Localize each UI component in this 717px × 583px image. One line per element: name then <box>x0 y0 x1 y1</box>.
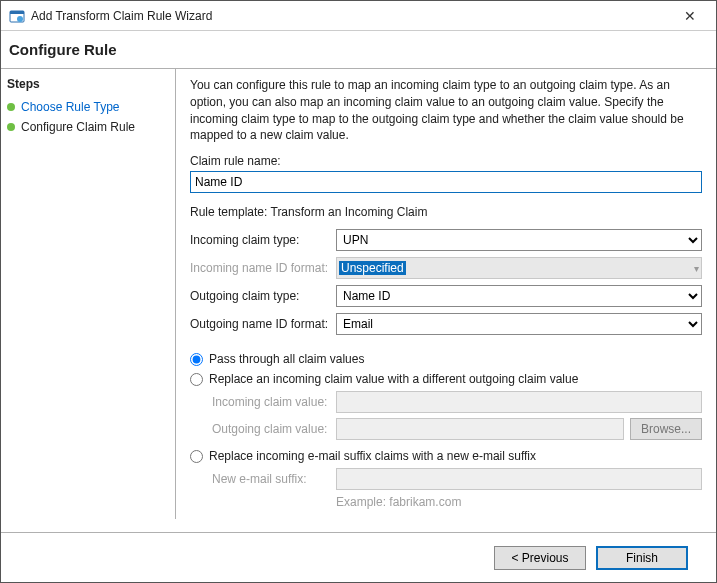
rule-template-text: Rule template: Transform an Incoming Cla… <box>190 205 702 219</box>
form-content: You can configure this rule to map an in… <box>176 69 716 519</box>
wizard-icon <box>9 8 25 24</box>
svg-point-2 <box>17 16 23 22</box>
button-bar: < Previous Finish <box>1 532 716 582</box>
new-email-suffix-input <box>336 468 702 490</box>
radio-replace-suffix-label: Replace incoming e-mail suffix claims wi… <box>209 449 536 463</box>
chevron-down-icon: ▾ <box>694 263 699 274</box>
radio-replace-suffix-input[interactable] <box>190 450 203 463</box>
incoming-name-id-format-select: Unspecified ▾ <box>336 257 702 279</box>
finish-button[interactable]: Finish <box>596 546 688 570</box>
previous-button[interactable]: < Previous <box>494 546 586 570</box>
browse-button: Browse... <box>630 418 702 440</box>
outgoing-claim-value-label: Outgoing claim value: <box>212 422 330 436</box>
steps-sidebar: Steps Choose Rule Type Configure Claim R… <box>1 69 176 519</box>
steps-heading: Steps <box>7 77 169 91</box>
incoming-claim-value-label: Incoming claim value: <box>212 395 330 409</box>
close-button[interactable]: ✕ <box>672 8 708 24</box>
outgoing-claim-type-select[interactable]: Name ID <box>336 285 702 307</box>
incoming-name-id-format-label: Incoming name ID format: <box>190 261 330 275</box>
incoming-claim-type-label: Incoming claim type: <box>190 233 330 247</box>
claim-value-radio-group: Pass through all claim values Replace an… <box>190 349 702 509</box>
step-configure-claim-rule[interactable]: Configure Claim Rule <box>7 117 169 137</box>
step-label: Configure Claim Rule <box>21 120 135 134</box>
window-title: Add Transform Claim Rule Wizard <box>31 9 672 23</box>
radio-pass-through-input[interactable] <box>190 353 203 366</box>
new-email-suffix-label: New e-mail suffix: <box>212 472 330 486</box>
title-bar: Add Transform Claim Rule Wizard ✕ <box>1 1 716 31</box>
radio-replace-value[interactable]: Replace an incoming claim value with a d… <box>190 369 702 389</box>
radio-replace-value-input[interactable] <box>190 373 203 386</box>
radio-replace-suffix[interactable]: Replace incoming e-mail suffix claims wi… <box>190 446 702 466</box>
outgoing-claim-type-label: Outgoing claim type: <box>190 289 330 303</box>
step-status-icon <box>7 103 15 111</box>
radio-replace-value-label: Replace an incoming claim value with a d… <box>209 372 578 386</box>
step-link[interactable]: Choose Rule Type <box>21 100 120 114</box>
radio-pass-through[interactable]: Pass through all claim values <box>190 349 702 369</box>
incoming-claim-value-input <box>336 391 702 413</box>
email-suffix-example: Example: fabrikam.com <box>336 495 702 509</box>
outgoing-name-id-format-label: Outgoing name ID format: <box>190 317 330 331</box>
claim-rule-name-input[interactable] <box>190 171 702 193</box>
svg-rect-1 <box>10 11 24 14</box>
description-text: You can configure this rule to map an in… <box>190 77 702 144</box>
claim-rule-name-label: Claim rule name: <box>190 154 702 168</box>
main-area: Steps Choose Rule Type Configure Claim R… <box>1 69 716 519</box>
page-title: Configure Rule <box>1 31 716 69</box>
radio-pass-through-label: Pass through all claim values <box>209 352 364 366</box>
step-choose-rule-type[interactable]: Choose Rule Type <box>7 97 169 117</box>
outgoing-claim-value-input <box>336 418 624 440</box>
incoming-claim-type-select[interactable]: UPN <box>336 229 702 251</box>
incoming-name-id-format-value: Unspecified <box>339 261 406 275</box>
outgoing-name-id-format-select[interactable]: Email <box>336 313 702 335</box>
step-status-icon <box>7 123 15 131</box>
